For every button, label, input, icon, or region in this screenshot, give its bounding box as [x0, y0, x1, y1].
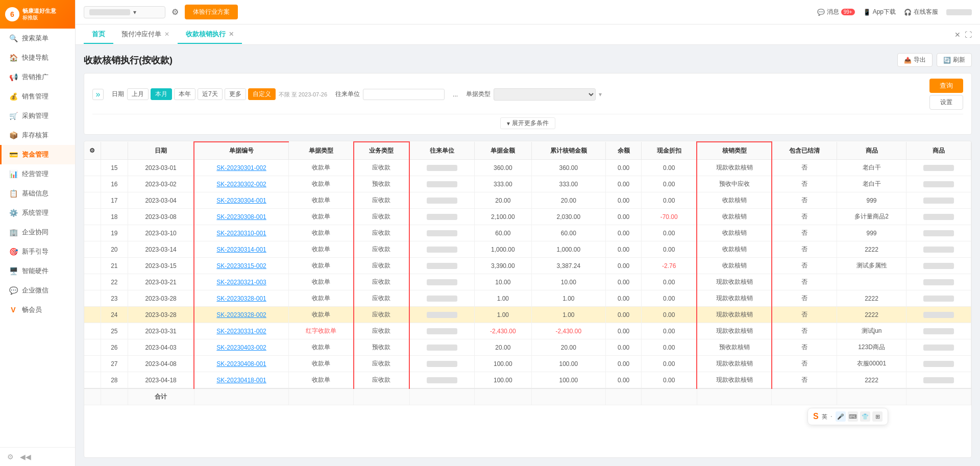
- sidebar-item-system[interactable]: ⚙️ 系统管理: [0, 203, 75, 223]
- cell-voucher-no[interactable]: SK-20230328-001: [194, 290, 289, 307]
- table-footer-row: 合计: [84, 388, 971, 405]
- sidebar-item-search[interactable]: 🔍 搜索菜单: [0, 29, 75, 48]
- cell-voucher-no[interactable]: SK-20230403-002: [194, 339, 289, 356]
- sidebar-item-quicknav[interactable]: 🏠 快捷导航: [0, 48, 75, 67]
- tab-close-all-icon[interactable]: ✕: [954, 31, 961, 39]
- gear-icon[interactable]: ⚙: [172, 7, 179, 17]
- setting-btn[interactable]: 设置: [929, 95, 963, 110]
- keyboard-icon[interactable]: ⌨: [848, 411, 858, 422]
- company-selector[interactable]: ▾: [84, 6, 165, 18]
- cell-voucher-no[interactable]: SK-20230328-002: [194, 307, 289, 323]
- cell-amount: 1,000.00: [474, 241, 531, 258]
- tab-home[interactable]: 首页: [84, 26, 113, 44]
- cell-cancel-type: 预收款核销: [697, 339, 772, 356]
- cell-no: 23: [101, 290, 128, 307]
- cell-voucher-no[interactable]: SK-20230321-003: [194, 274, 289, 290]
- sidebar-item-sales[interactable]: 💰 销售管理: [0, 87, 75, 106]
- export-icon: 📤: [904, 57, 912, 64]
- sidebar-item-purchase[interactable]: 🛒 采购管理: [0, 106, 75, 126]
- cell-voucher-no[interactable]: SK-20230408-001: [194, 356, 289, 372]
- cell-company: [409, 160, 474, 176]
- service-btn[interactable]: 🎧 在线客服: [904, 8, 938, 16]
- sidebar-item-operation-label: 经营管理: [22, 169, 48, 179]
- company-input[interactable]: [363, 89, 445, 100]
- cell-cancel-type: 预收中应收: [697, 176, 772, 192]
- refresh-btn[interactable]: 🔄 刷新: [937, 53, 972, 67]
- date-btn-7days[interactable]: 近7天: [198, 88, 223, 100]
- topbar: ▾ ⚙ 体验行业方案 💬 消息 99+ 📱 App下载 🎧 在线客服: [76, 0, 980, 24]
- expand-more-btn[interactable]: ▾ 展开更多条件: [500, 117, 555, 129]
- cell-voucher-no[interactable]: SK-20230310-001: [194, 225, 289, 241]
- cell-date: 2023-03-28: [128, 290, 194, 307]
- mic-icon[interactable]: 🎤: [836, 411, 846, 422]
- cell-settings: [84, 307, 101, 323]
- sidebar-item-operation[interactable]: 📊 经营管理: [0, 164, 75, 184]
- shirt-icon[interactable]: 👕: [860, 411, 870, 422]
- sidebar-item-hardware[interactable]: 🖥️ 智能硬件: [0, 261, 75, 281]
- sidebar-item-guide[interactable]: 🎯 新手引导: [0, 242, 75, 261]
- select-arrow-icon: ▾: [599, 91, 602, 98]
- tab-payable[interactable]: 预付冲应付单 ✕: [113, 26, 178, 44]
- cell-voucher-type: 收款单: [289, 307, 354, 323]
- company-selector-placeholder: [89, 9, 130, 16]
- footer-cell: [642, 388, 697, 405]
- tab-receipts[interactable]: 收款核销执行 ✕: [178, 26, 242, 44]
- col-settings-icon[interactable]: ⚙: [89, 147, 95, 154]
- date-btn-last-month[interactable]: 上月: [127, 88, 149, 100]
- grid-icon[interactable]: ⊞: [872, 411, 883, 422]
- sidebar-item-member[interactable]: V 畅会员: [0, 300, 75, 320]
- sales-icon: 💰: [9, 92, 18, 101]
- cell-cash-discount: 0.00: [642, 225, 697, 241]
- date-btn-this-year[interactable]: 本年: [174, 88, 195, 100]
- voucher-type-select[interactable]: [494, 88, 596, 101]
- tab-fullscreen-icon[interactable]: ⛶: [965, 31, 972, 39]
- cell-total-cancel: 60.00: [531, 225, 605, 241]
- date-btn-this-month[interactable]: 本月: [151, 88, 172, 100]
- sidebar-item-marketing[interactable]: 📢 营销推广: [0, 67, 75, 87]
- cell-total-cancel: 10.00: [531, 274, 605, 290]
- cell-voucher-no[interactable]: SK-20230314-001: [194, 241, 289, 258]
- footer-cell: 合计: [128, 388, 194, 405]
- cell-total-cancel: 100.00: [531, 372, 605, 389]
- date-btn-more[interactable]: 更多: [225, 88, 246, 100]
- service-label: 在线客服: [914, 8, 938, 16]
- settings-icon[interactable]: ⚙: [7, 453, 14, 461]
- cell-voucher-no[interactable]: SK-20230315-002: [194, 258, 289, 274]
- cell-product: 2222: [837, 307, 906, 323]
- app-download-btn[interactable]: 📱 App下载: [863, 8, 896, 16]
- sidebar-item-wechat[interactable]: 💬 企业微信: [0, 281, 75, 300]
- sidebar-item-basic[interactable]: 📋 基础信息: [0, 184, 75, 203]
- cell-voucher-no[interactable]: SK-20230302-002: [194, 176, 289, 192]
- sidebar-item-enterprise[interactable]: 🏢 企业协同: [0, 223, 75, 242]
- sidebar-item-inventory[interactable]: 📦 库存核算: [0, 126, 75, 145]
- cell-product: 老白干: [837, 176, 906, 192]
- export-btn[interactable]: 📤 导出: [897, 53, 933, 67]
- cell-total-cancel: 1,000.00: [531, 241, 605, 258]
- col-settings: ⚙: [84, 142, 101, 160]
- col-total-cancel: 累计核销金额: [531, 142, 605, 160]
- tab-receipts-close[interactable]: ✕: [229, 31, 234, 38]
- tab-payable-close[interactable]: ✕: [164, 31, 169, 38]
- cell-voucher-no[interactable]: SK-20230308-001: [194, 209, 289, 225]
- s-logo-icon: S: [813, 412, 819, 421]
- query-btn[interactable]: 查询: [929, 79, 963, 93]
- cell-balance: 0.00: [605, 307, 641, 323]
- cell-voucher-no[interactable]: SK-20230418-001: [194, 372, 289, 389]
- cell-voucher-no[interactable]: SK-20230301-002: [194, 160, 289, 176]
- cell-voucher-no[interactable]: SK-20230304-001: [194, 192, 289, 209]
- cell-product: 123D商品: [837, 339, 906, 356]
- messages-btn[interactable]: 💬 消息 99+: [817, 8, 855, 16]
- sidebar-item-finance[interactable]: 💳 资金管理: [0, 145, 75, 164]
- cell-cash-discount: 0.00: [642, 323, 697, 339]
- cell-cancel-type: 现款收款核销: [697, 356, 772, 372]
- cell-cancel-type: 现款收款核销: [697, 274, 772, 290]
- cell-voucher-no[interactable]: SK-20230331-002: [194, 323, 289, 339]
- cell-include-settled: 否: [772, 225, 837, 241]
- user-avatar[interactable]: [946, 9, 972, 15]
- expand-arrow-icon[interactable]: »: [92, 89, 104, 100]
- table-row: 252023-03-31SK-20230331-002红字收款单应收款-2,43…: [84, 323, 971, 339]
- date-btn-custom[interactable]: 自定义: [248, 88, 276, 100]
- cell-product2: [906, 225, 971, 241]
- solution-btn[interactable]: 体验行业方案: [185, 5, 238, 19]
- collapse-icon[interactable]: ◀◀: [20, 453, 31, 461]
